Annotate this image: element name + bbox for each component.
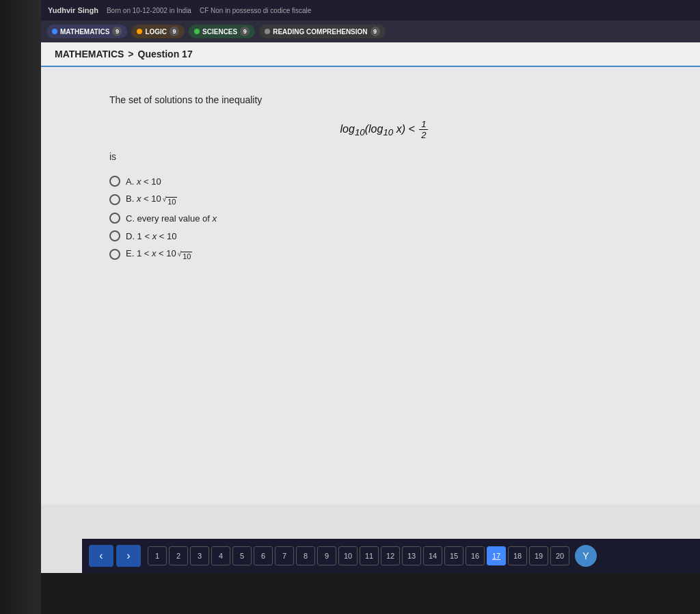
option-b[interactable]: B. x < 10√10 xyxy=(109,193,659,206)
page-btn-7[interactable]: 7 xyxy=(275,546,294,565)
page-btn-15[interactable]: 15 xyxy=(444,546,463,565)
left-bezel xyxy=(0,0,41,614)
option-c[interactable]: C. every real value of x xyxy=(109,213,659,224)
page-btn-11[interactable]: 11 xyxy=(360,546,379,565)
page-btn-1[interactable]: 1 xyxy=(148,546,167,565)
tab-mathematics[interactable]: MATHEMATICS 9 xyxy=(46,25,127,38)
tab-sciences[interactable]: SCIENCES 9 xyxy=(189,25,255,38)
screen: Yudhvir Singh Born on 10-12-2002 in Indi… xyxy=(41,0,700,573)
top-bar: Yudhvir Singh Born on 10-12-2002 in Indi… xyxy=(41,0,700,21)
sciences-badge: 9 xyxy=(240,27,250,36)
page-btn-20[interactable]: 20 xyxy=(550,546,569,565)
next-button[interactable]: › xyxy=(116,545,141,567)
sciences-dot xyxy=(194,29,200,34)
main-content: The set of solutions to the inequality l… xyxy=(41,67,700,505)
page-btn-4[interactable]: 4 xyxy=(211,546,230,565)
radio-c[interactable] xyxy=(109,213,120,224)
user-name: Yudhvir Singh xyxy=(48,6,98,14)
breadcrumb-separator: > xyxy=(128,49,133,59)
page-btn-2[interactable]: 2 xyxy=(169,546,188,565)
cf-info: CF Non in possesso di codice fiscale xyxy=(200,7,311,14)
breadcrumb-page: Question 17 xyxy=(138,49,193,59)
page-btn-9[interactable]: 9 xyxy=(317,546,336,565)
page-btn-18[interactable]: 18 xyxy=(508,546,527,565)
radio-e[interactable] xyxy=(109,249,120,260)
tab-reading[interactable]: READING COMPREHENSION 9 xyxy=(259,25,385,38)
radio-d[interactable] xyxy=(109,230,120,241)
option-c-label: C. every real value of x xyxy=(126,213,217,224)
tab-logic-label: LOGIC xyxy=(145,28,167,36)
bottom-nav: ‹ › 1234567891011121314151617181920 Y xyxy=(82,539,700,573)
avatar: Y xyxy=(575,545,597,567)
question-intro: The set of solutions to the inequality xyxy=(109,94,659,105)
fraction-half: 1 2 xyxy=(419,119,428,140)
page-btn-17[interactable]: 17 xyxy=(487,546,506,565)
reading-badge: 9 xyxy=(371,27,380,36)
breadcrumb-bar: MATHEMATICS > Question 17 xyxy=(41,42,700,67)
logic-badge: 9 xyxy=(170,27,179,36)
tabs-bar: MATHEMATICS 9 LOGIC 9 SCIENCES 9 READING… xyxy=(41,21,700,42)
option-e-label: E. 1 < x < 10√10 xyxy=(126,248,193,261)
prev-button[interactable]: ‹ xyxy=(89,545,113,567)
math-badge: 9 xyxy=(112,27,122,36)
page-btn-3[interactable]: 3 xyxy=(190,546,209,565)
breadcrumb-subject: MATHEMATICS xyxy=(55,49,124,59)
math-dot xyxy=(52,29,57,34)
logic-dot xyxy=(137,29,142,34)
tab-logic[interactable]: LOGIC 9 xyxy=(131,25,185,38)
radio-a[interactable] xyxy=(109,176,120,187)
tab-mathematics-label: MATHEMATICS xyxy=(60,28,109,36)
options-list: A. x < 10 B. x < 10√10 C. every real val… xyxy=(109,176,659,261)
page-buttons: 1234567891011121314151617181920 xyxy=(148,546,569,565)
math-expression: log10(log10 x) < 1 2 xyxy=(109,119,659,140)
page-btn-13[interactable]: 13 xyxy=(402,546,421,565)
bottom-bezel xyxy=(41,573,700,614)
tab-reading-label: READING COMPREHENSION xyxy=(273,28,367,36)
option-e[interactable]: E. 1 < x < 10√10 xyxy=(109,248,659,261)
page-btn-12[interactable]: 12 xyxy=(381,546,400,565)
radio-b[interactable] xyxy=(109,194,120,205)
option-d[interactable]: D. 1 < x < 10 xyxy=(109,230,659,241)
page-btn-5[interactable]: 5 xyxy=(232,546,252,565)
option-d-label: D. 1 < x < 10 xyxy=(126,231,176,241)
option-a-label: A. x < 10 xyxy=(126,176,161,187)
page-btn-10[interactable]: 10 xyxy=(338,546,358,565)
born-info: Born on 10-12-2002 in India xyxy=(107,7,191,14)
option-a[interactable]: A. x < 10 xyxy=(109,176,659,187)
tab-sciences-label: SCIENCES xyxy=(202,28,237,36)
option-b-label: B. x < 10√10 xyxy=(126,193,178,206)
page-btn-16[interactable]: 16 xyxy=(466,546,485,565)
page-btn-14[interactable]: 14 xyxy=(423,546,442,565)
is-label: is xyxy=(109,151,659,162)
page-btn-6[interactable]: 6 xyxy=(254,546,273,565)
reading-dot xyxy=(265,29,270,34)
page-btn-8[interactable]: 8 xyxy=(296,546,315,565)
content-wrapper: The set of solutions to the inequality l… xyxy=(41,67,700,573)
page-btn-19[interactable]: 19 xyxy=(529,546,548,565)
